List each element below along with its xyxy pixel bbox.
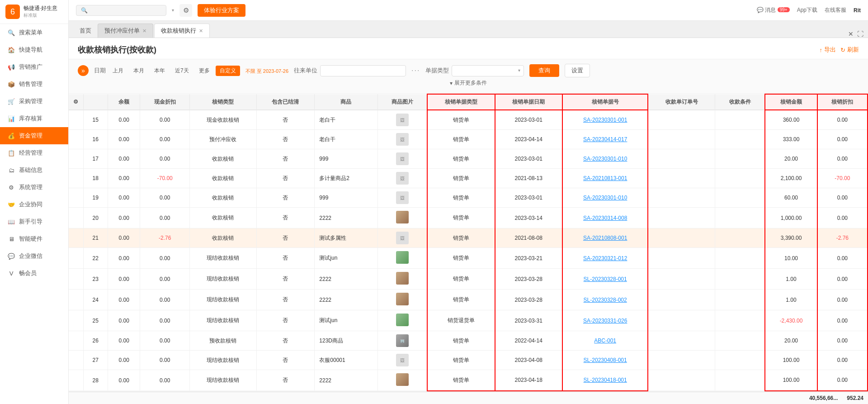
cell-cash-discount: 0.00: [140, 130, 190, 149]
sidebar-item-system[interactable]: ⚙ 系统管理: [0, 179, 68, 196]
sidebar-item-operations[interactable]: 📋 经营管理: [0, 144, 68, 162]
data-table-wrapper: ⚙ 余额 现金折扣 核销类型 包含已结清 商品 商品图片 核销单据类型 核销单据…: [69, 94, 868, 391]
online-service-link[interactable]: 在线客服: [825, 6, 846, 14]
topbar-search[interactable]: 🔍: [76, 5, 166, 16]
doc-no-link[interactable]: SA-20230301-010: [583, 156, 627, 162]
doc-no-link[interactable]: SA-20230321-012: [583, 255, 627, 261]
sidebar-item-finance[interactable]: 💰 资金管理: [0, 127, 68, 144]
col-settings-header[interactable]: ⚙: [69, 94, 83, 110]
doc-no-link[interactable]: SA-20210813-001: [583, 175, 627, 181]
cell-cancel-type: 现结收款核销: [190, 290, 257, 310]
tab-home[interactable]: 首页: [73, 24, 98, 38]
tab-prepay[interactable]: 预付冲应付单 ✕: [98, 24, 153, 38]
partner-input[interactable]: [320, 65, 406, 76]
product-image-placeholder: 🖼: [396, 232, 409, 244]
cell-includes-settled: 否: [256, 269, 315, 290]
user-name[interactable]: Rit: [854, 7, 861, 14]
date-this-year-btn[interactable]: 本年: [150, 66, 169, 76]
filter-expand-button[interactable]: »: [78, 65, 89, 76]
cell-cancel-discount: 0.00: [817, 290, 868, 310]
messages-area[interactable]: 💬 消息 99+: [757, 6, 790, 14]
doc-no-link[interactable]: SA-20230314-008: [583, 215, 627, 221]
sidebar-item-search[interactable]: 🔍 搜索菜单: [0, 24, 68, 41]
cell-cancel-amount: 60.00: [765, 188, 817, 208]
sidebar-item-inventory[interactable]: 📊 库存核算: [0, 110, 68, 127]
date-this-month-btn[interactable]: 本月: [129, 66, 148, 76]
cell-doc-type: 销货单: [427, 188, 495, 208]
sidebar-label-finance: 资金管理: [19, 132, 42, 140]
cell-includes-settled: 否: [256, 290, 315, 310]
refresh-button[interactable]: ↻ 刷新: [840, 46, 859, 54]
industry-solution-button[interactable]: 体验行业方案: [198, 4, 245, 17]
sidebar-item-purchase[interactable]: 🛒 采购管理: [0, 93, 68, 110]
cell-includes-settled: 否: [256, 149, 315, 169]
cell-settings: [69, 130, 83, 149]
doc-no-link[interactable]: SA-20210808-001: [583, 235, 627, 241]
cell-receipt-order: [648, 130, 715, 149]
sidebar-item-basics[interactable]: 🗂 基础信息: [0, 162, 68, 179]
sidebar-item-quick-nav[interactable]: 🏠 快捷导航: [0, 41, 68, 58]
product-image: [396, 314, 409, 326]
cell-doc-date: 2021-08-13: [495, 169, 562, 188]
doc-no-link[interactable]: SL-20230408-001: [584, 357, 627, 363]
doc-no-link[interactable]: SA-20230331-026: [583, 318, 627, 324]
table-row: 15 0.00 0.00 现金收款核销 否 老白干 🖼 销货单 2023-03-…: [69, 110, 868, 130]
query-button[interactable]: 查询: [529, 64, 559, 77]
cell-cancel-amount: 10.00: [765, 248, 817, 269]
sidebar-item-member[interactable]: V 畅会员: [0, 265, 68, 282]
doc-no-link[interactable]: SA-20230301-001: [583, 117, 627, 123]
date-filter-group: 日期 上月 本月 本年 近7天 更多 自定义: [94, 66, 240, 76]
tab-collection-label: 收款核销执行: [161, 27, 196, 35]
expand-icon[interactable]: ⛶: [857, 30, 863, 38]
cell-receipt-cond: [715, 269, 765, 290]
collab-icon: 🤝: [7, 200, 15, 209]
col-balance-header: 余额: [108, 94, 140, 110]
date-7days-btn[interactable]: 近7天: [171, 66, 193, 76]
column-settings-icon[interactable]: ⚙: [73, 99, 78, 105]
app-download-link[interactable]: App下载: [797, 6, 817, 14]
date-more-btn[interactable]: 更多: [195, 66, 214, 76]
doc-no-link[interactable]: ABC-001: [594, 337, 616, 344]
cell-cancel-type: 现结收款核销: [190, 269, 257, 290]
cell-receipt-order: [648, 228, 715, 248]
expand-more-conditions[interactable]: ▾ 展开更多条件: [78, 77, 859, 89]
doc-no-link[interactable]: SL-20230328-001: [584, 276, 627, 282]
cell-cancel-type: 预付冲应收: [190, 130, 257, 149]
doc-type-select[interactable]: [452, 65, 524, 76]
sidebar-item-marketing[interactable]: 📢 营销推广: [0, 58, 68, 76]
cell-cancel-type: 现结收款核销: [190, 248, 257, 269]
member-icon: V: [7, 269, 15, 277]
cell-no: 25: [83, 310, 108, 331]
col-receipt-cond-header: 收款条件: [715, 94, 765, 110]
tab-collection[interactable]: 收款核销执行 ✕: [154, 24, 210, 38]
date-custom-btn[interactable]: 自定义: [216, 66, 240, 76]
date-last-month-btn[interactable]: 上月: [108, 66, 127, 76]
sidebar-item-sales[interactable]: 📦 销售管理: [0, 76, 68, 93]
settings-button[interactable]: 设置: [565, 64, 590, 77]
cell-receipt-order: [648, 290, 715, 310]
tab-collection-close-icon[interactable]: ✕: [199, 28, 203, 34]
cell-doc-date: 2023-03-01: [495, 188, 562, 208]
dropdown-chevron-icon[interactable]: ▾: [172, 8, 174, 13]
refresh-icon: ↻: [840, 47, 845, 53]
product-image: [396, 251, 409, 264]
close-tab-icon[interactable]: ✕: [848, 30, 854, 38]
marketing-icon: 📢: [7, 63, 15, 71]
sidebar-item-wechat[interactable]: 💬 企业微信: [0, 247, 68, 265]
doc-no-link[interactable]: SL-20230328-002: [584, 297, 627, 303]
cell-doc-no: SL-20230408-001: [562, 351, 648, 370]
doc-no-link[interactable]: SL-20230418-001: [584, 377, 627, 383]
cell-includes-settled: 否: [256, 331, 315, 351]
sidebar-item-collab[interactable]: 🤝 企业协同: [0, 196, 68, 213]
doc-no-link[interactable]: SA-20230301-010: [583, 195, 627, 201]
cell-includes-settled: 否: [256, 130, 315, 149]
doc-no-link[interactable]: SA-20230414-017: [583, 136, 627, 143]
cell-product-img: [377, 269, 427, 290]
export-button[interactable]: ↑ 导出: [820, 46, 836, 54]
topbar: 🔍 ▾ ⚙ 体验行业方案 💬 消息 99+ App下载 在线客服 Rit: [69, 0, 868, 21]
footer-cancel-discount: 952.24: [847, 395, 863, 401]
tab-prepay-close-icon[interactable]: ✕: [142, 28, 146, 34]
settings-icon[interactable]: ⚙: [179, 4, 192, 17]
sidebar-item-guide[interactable]: 📖 新手引导: [0, 213, 68, 230]
sidebar-item-hardware[interactable]: 🖥 智能硬件: [0, 230, 68, 247]
